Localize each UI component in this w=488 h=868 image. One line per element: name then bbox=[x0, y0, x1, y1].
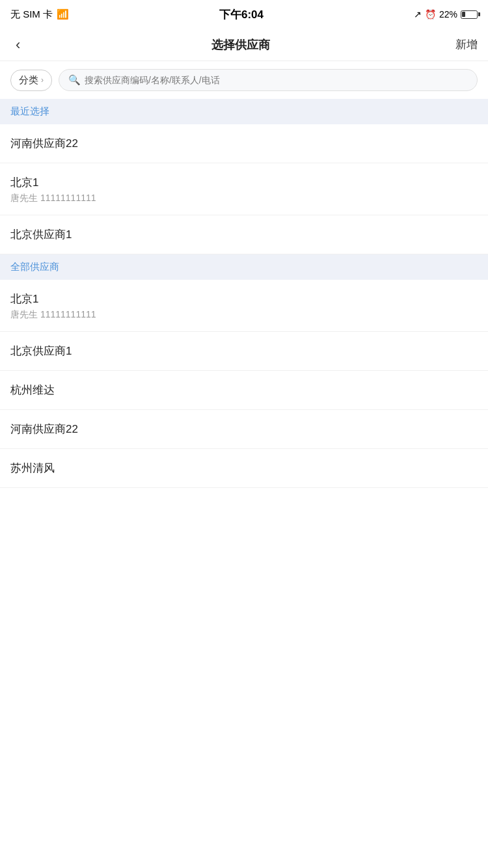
item-name: 北京供应商1 bbox=[10, 227, 478, 242]
battery-percent: 22% bbox=[439, 9, 457, 20]
item-sub: 唐先生 11111111111 bbox=[10, 193, 478, 204]
add-button[interactable]: 新增 bbox=[455, 37, 478, 52]
list-item[interactable]: 北京1 唐先生 11111111111 bbox=[0, 163, 488, 215]
page-title: 选择供应商 bbox=[211, 37, 270, 53]
back-button[interactable]: ‹ bbox=[10, 34, 25, 56]
status-bar: 无 SIM 卡 📶 下午6:04 ↗ ⏰ 22% bbox=[0, 0, 488, 29]
list-item[interactable]: 河南供应商22 bbox=[0, 124, 488, 163]
status-right: ↗ ⏰ 22% bbox=[414, 9, 478, 20]
search-box[interactable]: 🔍 bbox=[59, 69, 478, 91]
item-name: 北京1 bbox=[10, 175, 478, 190]
wifi-icon: 📶 bbox=[57, 8, 69, 20]
item-name: 杭州维达 bbox=[10, 383, 478, 398]
item-name: 苏州清风 bbox=[10, 461, 478, 476]
search-icon: 🔍 bbox=[68, 74, 81, 86]
recent-list: 河南供应商22 北京1 唐先生 11111111111 北京供应商1 bbox=[0, 124, 488, 254]
recent-header-text: 最近选择 bbox=[10, 105, 49, 116]
search-input[interactable] bbox=[85, 75, 468, 85]
all-header-text: 全部供应商 bbox=[10, 261, 59, 272]
list-item[interactable]: 杭州维达 bbox=[0, 371, 488, 410]
category-label: 分类 bbox=[19, 74, 38, 87]
item-name: 北京1 bbox=[10, 292, 478, 306]
list-item[interactable]: 北京供应商1 bbox=[0, 332, 488, 371]
status-time: 下午6:04 bbox=[219, 7, 264, 22]
all-list: 北京1 唐先生 11111111111 北京供应商1 杭州维达 河南供应商22 … bbox=[0, 280, 488, 488]
item-name: 河南供应商22 bbox=[10, 422, 478, 437]
item-name: 北京供应商1 bbox=[10, 344, 478, 359]
recent-section-header: 最近选择 bbox=[0, 99, 488, 124]
item-sub: 唐先生 11111111111 bbox=[10, 309, 478, 321]
status-left: 无 SIM 卡 📶 bbox=[10, 8, 69, 21]
list-item[interactable]: 北京供应商1 bbox=[0, 215, 488, 254]
all-section-header: 全部供应商 bbox=[0, 254, 488, 280]
nav-bar: ‹ 选择供应商 新增 bbox=[0, 29, 488, 61]
battery-icon bbox=[461, 10, 478, 19]
list-item[interactable]: 苏州清风 bbox=[0, 449, 488, 488]
no-sim-text: 无 SIM 卡 bbox=[10, 8, 53, 21]
chevron-right-icon: › bbox=[41, 75, 44, 85]
alarm-icon: ⏰ bbox=[425, 9, 436, 20]
item-name: 河南供应商22 bbox=[10, 136, 478, 151]
filter-bar: 分类 › 🔍 bbox=[0, 61, 488, 99]
location-icon: ↗ bbox=[414, 9, 422, 20]
list-item[interactable]: 北京1 唐先生 11111111111 bbox=[0, 280, 488, 332]
list-item[interactable]: 河南供应商22 bbox=[0, 410, 488, 449]
category-button[interactable]: 分类 › bbox=[10, 70, 52, 91]
